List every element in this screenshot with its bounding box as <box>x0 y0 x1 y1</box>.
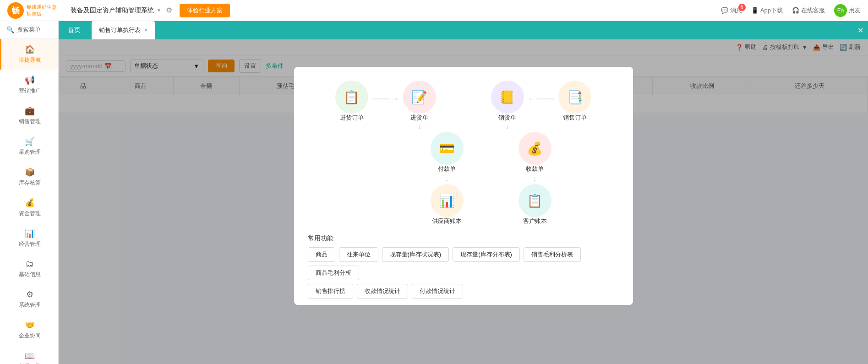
sidebar-item-sales[interactable]: 💼 销售管理 <box>0 100 58 131</box>
top-right-area: 💬 消息 6 📱 App下载 🎧 在线客服 Ea 用友 <box>721 4 861 17</box>
purchase-icon: 🛒 <box>25 136 35 147</box>
flow-node-customer-ledger: 📋 客户账本 <box>519 184 551 225</box>
inventory-icon: 📦 <box>25 167 35 177</box>
purchase-bill-icon: 📝 <box>403 81 436 114</box>
sales-icon: 💼 <box>25 106 35 116</box>
app-download-button[interactable]: 📱 App下载 <box>751 6 783 15</box>
func-btn-payment-stats[interactable]: 付款情况统计 <box>412 284 463 299</box>
supplier-ledger-label: 供应商账本 <box>432 217 462 225</box>
sales-bill-icon: 📒 <box>491 81 524 114</box>
flow-node-payment: 💳 付款单 <box>431 132 464 173</box>
message-button[interactable]: 💬 消息 6 <box>721 6 742 15</box>
spacer4 <box>524 123 579 131</box>
tab-home[interactable]: 首页 <box>59 21 90 39</box>
customer-ledger-label: 客户账本 <box>523 217 547 225</box>
dropdown-arrow-icon[interactable]: ▼ <box>157 8 161 13</box>
sidebar-item-operation[interactable]: 📊 经营管理 <box>0 223 58 254</box>
receipt-icon: 💰 <box>519 132 551 165</box>
supplier-ledger-icon: 📊 <box>431 184 464 217</box>
scrollbar-right-arrow[interactable]: ▶ <box>612 303 619 305</box>
spacer8 <box>464 175 519 183</box>
func-btn-stock-dist[interactable]: 现存量(库存分布表) <box>453 247 520 262</box>
tab-bar: 首页 销售订单执行表 × ✕ <box>59 21 868 39</box>
marketing-icon: 📢 <box>25 75 35 85</box>
sidebar-item-system[interactable]: ⚙ 系统管理 <box>0 284 58 315</box>
spacer2 <box>348 123 403 131</box>
func-btn-stock-status[interactable]: 现存量(库存状况表) <box>382 247 449 262</box>
sidebar-item-inventory[interactable]: 📦 库存核算 <box>0 162 58 192</box>
logo-icon: 畅 <box>7 2 24 19</box>
content-area: 首页 销售订单执行表 × ✕ ❓ 帮助 🖨 按模板打印 <box>59 21 868 364</box>
basic-info-icon: 🗂 <box>26 259 34 269</box>
trial-button[interactable]: 体验行业方案 <box>180 4 230 17</box>
sidebar-item-purchase[interactable]: 🛒 采购管理 <box>0 131 58 162</box>
flow-section: 📋 进货订单 ------→ <box>308 81 619 225</box>
logo-text: 畅康通好生意 标准版 <box>27 4 57 17</box>
flow-node-sales-bill: 📒 销货单 <box>491 81 524 122</box>
flow-node-purchase-bill: 📝 进货单 <box>403 81 436 122</box>
sidebar-item-enterprise[interactable]: 🤝 企业协同 <box>0 315 58 345</box>
logo-area: 畅 畅康通好生意 标准版 <box>7 2 66 19</box>
settings-icon[interactable]: ⚙ <box>166 6 172 15</box>
tab-sales-order[interactable]: 销售订单执行表 × <box>92 21 155 39</box>
page-content: ❓ 帮助 🖨 按模板打印 ▼ 📤 导出 🔄 刷新 <box>59 39 868 364</box>
spacer3 <box>436 123 491 131</box>
tab-bar-close-icon[interactable]: ✕ <box>857 26 863 35</box>
arrow-down-purchase-bill: ↓ <box>403 123 436 131</box>
func-btn-goods[interactable]: 商品 <box>308 247 335 262</box>
sales-order-label: 销售订单 <box>563 114 587 122</box>
payment-label: 付款单 <box>438 165 456 173</box>
common-functions: 常用功能 商品 往来单位 现存量(库存状况表) 现存量(库存分布表) 销售毛利分… <box>308 234 619 299</box>
avatar: Ea <box>834 4 847 17</box>
tab-close-icon[interactable]: × <box>144 27 147 33</box>
purchase-bill-label: 进货单 <box>410 114 428 122</box>
user-avatar-area[interactable]: Ea 用友 <box>834 4 861 17</box>
message-icon: 💬 <box>721 7 728 14</box>
func-btn-receipt-stats[interactable]: 收款情况统计 <box>357 284 408 299</box>
customer-ledger-icon: 📋 <box>519 184 551 217</box>
flow-node-sales-order: 📑 销售订单 <box>558 81 591 122</box>
headset-icon: 🎧 <box>792 7 799 14</box>
sidebar-item-marketing[interactable]: 📢 营销推广 <box>0 70 58 100</box>
finance-icon: 💰 <box>25 198 35 208</box>
search-icon: 🔍 <box>6 26 14 33</box>
arrow-down-sales-bill: ↓ <box>491 123 524 131</box>
receipt-label: 收款单 <box>526 165 544 173</box>
func-btn-partner[interactable]: 往来单位 <box>339 247 378 262</box>
flow-modal: 📋 进货订单 ------→ <box>294 67 633 305</box>
common-functions-title: 常用功能 <box>308 234 619 243</box>
message-badge: 6 <box>738 4 746 11</box>
func-btn-goods-profit[interactable]: 商品毛利分析 <box>308 266 359 280</box>
arrow-down-receipt: ↓ <box>519 175 551 183</box>
operation-icon: 📊 <box>25 228 35 239</box>
purchase-order-icon: 📋 <box>335 81 368 114</box>
enterprise-icon: 🤝 <box>25 320 35 330</box>
arrow-sales-order-to-bill: ←------ <box>528 81 555 104</box>
system-icon: ⚙ <box>26 289 33 299</box>
scrollbar-left-arrow[interactable]: ◀ <box>308 303 315 305</box>
online-service-button[interactable]: 🎧 在线客服 <box>792 6 825 15</box>
purchase-order-label: 进货订单 <box>340 114 364 122</box>
spacer7 <box>376 175 431 183</box>
sidebar-item-quick-nav[interactable]: 🏠 快捷导航 <box>0 39 58 70</box>
func-btn-sales-rank[interactable]: 销售排行榜 <box>308 284 353 299</box>
sidebar-item-newbie[interactable]: 📖 新手引导 <box>0 345 58 364</box>
func-buttons: 商品 往来单位 现存量(库存状况表) 现存量(库存分布表) 销售毛利分析表 商品… <box>308 247 619 280</box>
newbie-icon: 📖 <box>25 351 35 361</box>
func-btn-sales-profit[interactable]: 销售毛利分析表 <box>524 247 581 262</box>
modal-overlay: 📋 进货订单 ------→ <box>59 39 868 364</box>
flow-node-supplier-ledger: 📊 供应商账本 <box>431 184 464 225</box>
sidebar-item-basic-info[interactable]: 🗂 基础信息 <box>0 254 58 284</box>
payment-icon: 💳 <box>431 132 464 165</box>
arrow-down-payment: ↓ <box>431 175 464 183</box>
search-menu-button[interactable]: 🔍 搜索菜单 <box>0 21 58 39</box>
func-buttons-row2: 销售排行榜 收款情况统计 付款情况统计 <box>308 284 619 299</box>
sales-bill-label: 销货单 <box>498 114 516 122</box>
system-title: 装备及固定资产辅助管理系统 ▼ <box>71 6 161 15</box>
flow-node-purchase-order: 📋 进货订单 <box>335 81 368 122</box>
sidebar-item-finance[interactable]: 💰 资金管理 <box>0 192 58 223</box>
home-icon: 🏠 <box>25 44 35 54</box>
arrow-purchase-to-bill: ------→ <box>372 81 399 104</box>
app-download-icon: 📱 <box>751 7 759 14</box>
sidebar: 🔍 搜索菜单 🏠 快捷导航 📢 营销推广 💼 销售管理 🛒 采购管理 📦 <box>0 21 59 364</box>
